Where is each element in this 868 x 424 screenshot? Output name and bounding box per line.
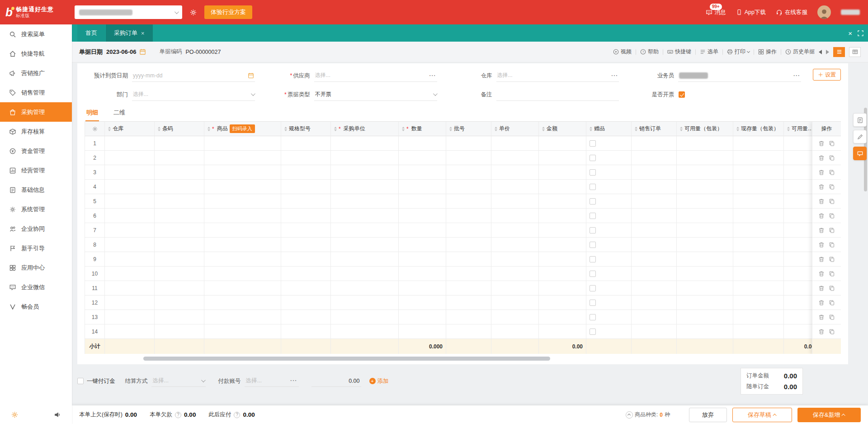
grid-cell-stock-pack[interactable] xyxy=(733,136,784,151)
grid-cell-barcode[interactable] xyxy=(155,209,204,223)
grid-cell-sales-order[interactable] xyxy=(632,194,677,209)
history-action[interactable]: 历史单据 xyxy=(785,48,815,56)
service-chat-button[interactable] xyxy=(853,147,867,160)
tab-purchase-order[interactable]: 采购订单 × xyxy=(106,24,153,42)
grid-cell-product[interactable] xyxy=(204,324,281,339)
sort-icon[interactable] xyxy=(542,127,545,131)
grid-cell-amount[interactable] xyxy=(539,324,586,339)
grid-cell-spec[interactable] xyxy=(281,238,331,252)
grid-cell-available-pack[interactable] xyxy=(677,238,733,252)
video-action[interactable]: 视频 xyxy=(613,48,632,56)
settings-gear-icon[interactable] xyxy=(11,411,19,419)
grid-cell-stock-pack[interactable] xyxy=(733,180,784,194)
grid-cell-spec[interactable] xyxy=(281,223,331,238)
sort-icon[interactable] xyxy=(449,127,452,131)
grid-cell-batch[interactable] xyxy=(446,281,491,295)
grid-cell-unit[interactable] xyxy=(331,165,399,180)
grid-cell-price[interactable] xyxy=(491,194,539,209)
grid-cell-unit[interactable] xyxy=(331,238,399,252)
grid-cell-barcode[interactable] xyxy=(155,223,204,238)
tab-home[interactable]: 首页 xyxy=(77,24,105,42)
grid-cell-qty[interactable] xyxy=(399,324,446,339)
grid-cell-sales-order[interactable] xyxy=(632,165,677,180)
grid-cell-unit[interactable] xyxy=(331,209,399,223)
avatar[interactable] xyxy=(817,5,831,19)
copy-row-icon[interactable] xyxy=(829,285,835,291)
tab-2d[interactable]: 二维 xyxy=(113,109,126,121)
add-payment-button[interactable]: + 添加 xyxy=(369,377,389,385)
grid-cell-available-pack[interactable] xyxy=(677,295,733,310)
sort-icon[interactable] xyxy=(284,127,287,131)
sort-icon[interactable] xyxy=(495,127,497,131)
grid-cell-stock-pack[interactable] xyxy=(733,194,784,209)
grid-cell-warehouse[interactable] xyxy=(105,310,155,324)
grid-cell-spec[interactable] xyxy=(281,310,331,324)
gift-checkbox[interactable] xyxy=(590,140,596,147)
sort-icon[interactable] xyxy=(158,127,160,131)
delete-row-icon[interactable] xyxy=(818,300,825,306)
grid-cell-warehouse[interactable] xyxy=(105,267,155,281)
grid-cell-spec[interactable] xyxy=(281,295,331,310)
grid-cell-amount[interactable] xyxy=(539,281,586,295)
grid-cell-amount[interactable] xyxy=(539,223,586,238)
grid-cell-product[interactable] xyxy=(204,238,281,252)
remark-input[interactable] xyxy=(496,88,619,101)
sidebar-item-operation[interactable]: 经营管理 xyxy=(0,161,72,180)
grid-cell-batch[interactable] xyxy=(446,324,491,339)
grid-cell-batch[interactable] xyxy=(446,136,491,151)
grid-cell-amount[interactable] xyxy=(539,310,586,324)
sort-icon[interactable] xyxy=(787,127,790,131)
grid-cell-batch[interactable] xyxy=(446,267,491,281)
grid-cell-product[interactable] xyxy=(204,165,281,180)
grid-cell-available-pack[interactable] xyxy=(677,281,733,295)
grid-cell-amount[interactable] xyxy=(539,209,586,223)
grid-cell-price[interactable] xyxy=(491,151,539,165)
grid-cell-sales-order[interactable] xyxy=(632,310,677,324)
grid-cell-warehouse[interactable] xyxy=(105,324,155,339)
grid-cell-amount[interactable] xyxy=(539,295,586,310)
save-and-new-button[interactable]: 保存&新增 xyxy=(797,408,861,422)
grid-cell-spec[interactable] xyxy=(281,194,331,209)
sort-icon[interactable] xyxy=(334,127,337,131)
grid-cell-product[interactable] xyxy=(204,267,281,281)
copy-row-icon[interactable] xyxy=(829,155,835,161)
collapse-summary-icon[interactable] xyxy=(626,411,633,419)
grid-cell-unit[interactable] xyxy=(331,194,399,209)
grid-cell-qty[interactable] xyxy=(399,252,446,267)
delete-row-icon[interactable] xyxy=(818,155,825,161)
print-action[interactable]: 打印 xyxy=(727,48,750,56)
grid-cell-qty[interactable] xyxy=(399,223,446,238)
grid-cell-stock-pack[interactable] xyxy=(733,324,784,339)
grid-cell-spec[interactable] xyxy=(281,252,331,267)
copy-row-icon[interactable] xyxy=(829,256,835,262)
org-selector[interactable] xyxy=(75,5,182,19)
grid-cell-amount[interactable] xyxy=(539,238,586,252)
grid-cell-qty[interactable] xyxy=(399,151,446,165)
prev-doc-icon[interactable] xyxy=(819,50,822,54)
gift-checkbox[interactable] xyxy=(590,227,596,233)
grid-cell-barcode[interactable] xyxy=(155,180,204,194)
invoice-checkbox[interactable] xyxy=(679,91,685,98)
grid-cell-warehouse[interactable] xyxy=(105,165,155,180)
close-icon[interactable]: × xyxy=(848,29,852,37)
save-draft-button[interactable]: 保存草稿 xyxy=(732,408,792,422)
settle-method-select[interactable]: 选择... xyxy=(151,375,206,387)
supplier-input[interactable]: 选择... ··· xyxy=(314,69,437,82)
delete-row-icon[interactable] xyxy=(818,271,825,277)
sort-icon[interactable] xyxy=(208,127,210,131)
grid-cell-product[interactable] xyxy=(204,209,281,223)
grid-cell-price[interactable] xyxy=(491,180,539,194)
grid-cell-stock-pack[interactable] xyxy=(733,267,784,281)
sidebar-item-inventory[interactable]: 库存核算 xyxy=(0,122,72,141)
grid-cell-amount[interactable] xyxy=(539,252,586,267)
grid-cell-unit[interactable] xyxy=(331,180,399,194)
grid-cell-warehouse[interactable] xyxy=(105,295,155,310)
grid-cell-available-pack[interactable] xyxy=(677,324,733,339)
grid-cell-available-pack[interactable] xyxy=(677,136,733,151)
grid-cell-amount[interactable] xyxy=(539,267,586,281)
grid-cell-spec[interactable] xyxy=(281,267,331,281)
grid-cell-available-pack[interactable] xyxy=(677,165,733,180)
grid-cell-unit[interactable] xyxy=(331,281,399,295)
grid-cell-stock-pack[interactable] xyxy=(733,252,784,267)
gift-checkbox[interactable] xyxy=(590,198,596,205)
